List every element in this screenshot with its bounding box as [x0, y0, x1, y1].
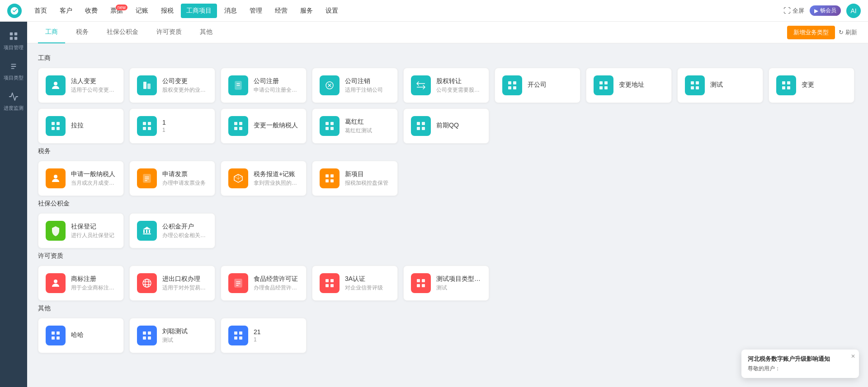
- svg-rect-20: [604, 81, 608, 84]
- card-icon: [320, 168, 340, 188]
- svg-rect-86: [143, 331, 146, 335]
- notification-close-button[interactable]: ✕: [851, 353, 855, 359]
- service-card-刘聪测试[interactable]: 刘聪测试测试: [129, 318, 215, 353]
- service-card-股权转让[interactable]: 股权转让公司变更需要股权转让: [403, 68, 489, 103]
- service-card-法人变更[interactable]: 法人变更适用于公司变更法人: [38, 68, 124, 103]
- sidebar-item-项目管理[interactable]: 项目管理: [0, 25, 27, 56]
- service-card-测试[interactable]: 测试: [677, 68, 763, 103]
- card-name: 哈哈: [71, 331, 116, 339]
- service-card-前期QQ[interactable]: 前期QQ: [403, 108, 489, 144]
- service-card-申请发票[interactable]: 申请发票办理申请发票业务: [129, 161, 215, 196]
- service-card-1[interactable]: 11: [129, 108, 215, 144]
- service-card-社保登记[interactable]: 社保登记进行人员社保登记: [38, 213, 124, 248]
- service-card-变更[interactable]: 变更: [769, 68, 854, 103]
- card-name: 测试项目类型目定义: [436, 275, 481, 283]
- service-card-公司注销[interactable]: 公司注销适用于注销公司: [312, 68, 398, 103]
- card-info: 公司注册申请公司注册全流程: [254, 77, 299, 94]
- new-type-button[interactable]: 新增业务类型: [787, 26, 835, 39]
- section-税务: 税务申请一般纳税人当月或次月成变更完成申请发票办理申请发票业务税务报道+记账拿到…: [38, 147, 857, 196]
- svg-rect-85: [57, 336, 60, 340]
- nav-item-首页[interactable]: 首页: [29, 4, 52, 18]
- service-card-申请一般纳税人[interactable]: 申请一般纳税人当月或次月成变更完成: [38, 161, 124, 196]
- svg-rect-40: [239, 122, 242, 125]
- svg-rect-44: [330, 122, 334, 125]
- refresh-button[interactable]: ↻ 刷新: [839, 28, 857, 37]
- card-info: 社保登记进行人员社保登记: [71, 223, 116, 239]
- card-name: 税务报道+记账: [254, 170, 299, 178]
- sub-tab-税务[interactable]: 税务: [69, 22, 96, 43]
- nav-item-收费[interactable]: 收费: [80, 4, 103, 18]
- service-card-21[interactable]: 211: [221, 318, 307, 353]
- card-name: 股权转让: [436, 77, 481, 85]
- sidebar-item-项目类型[interactable]: 项目类型: [0, 56, 27, 86]
- svg-rect-26: [696, 86, 699, 89]
- service-card-食品经营许可证[interactable]: 食品经营许可证办理食品经营许可证: [221, 266, 307, 301]
- service-card-新项目[interactable]: 新项目报税加税控盘保管: [312, 161, 398, 196]
- card-icon: [502, 75, 522, 95]
- sub-tab-其他[interactable]: 其他: [193, 22, 220, 43]
- card-info: 拉拉: [71, 121, 116, 131]
- service-card-3A认证[interactable]: 3A认证对企业信誉评级: [312, 266, 398, 301]
- svg-rect-92: [234, 336, 237, 340]
- card-icon: [594, 75, 613, 95]
- service-card-测试项目类型目定义[interactable]: 测试项目类型目定义测试: [403, 266, 489, 301]
- card-info: 申请一般纳税人当月或次月成变更完成: [71, 170, 116, 187]
- svg-rect-90: [234, 331, 237, 335]
- card-info: 股权转让公司变更需要股权转让: [436, 77, 481, 94]
- svg-rect-58: [326, 179, 329, 182]
- service-card-葛红红[interactable]: 葛红红葛红红测试: [312, 108, 398, 144]
- section-社保公积金: 社保公积金社保登记进行人员社保登记公积金开户办理公积金相关业务: [38, 200, 857, 248]
- sidebar-item-进度监测[interactable]: 进度监测: [0, 86, 27, 116]
- svg-rect-18: [513, 86, 516, 89]
- vip-button[interactable]: ▶ 畅会员: [810, 5, 841, 16]
- nav-item-设置[interactable]: 设置: [320, 4, 344, 18]
- nav-item-经营[interactable]: 经营: [269, 4, 293, 18]
- card-icon: [137, 75, 157, 95]
- section-许可资质: 许可资质商标注册用于企业商标注册服务进出口权办理适用于对外贸易经营者食品经营许可…: [38, 252, 857, 301]
- service-card-税务报道+记账[interactable]: 税务报道+记账拿到营业执照的新公司: [221, 161, 307, 196]
- svg-rect-46: [330, 127, 334, 130]
- avatar[interactable]: AI: [846, 4, 861, 18]
- service-card-变更地址[interactable]: 变更地址: [586, 68, 672, 103]
- nav-item-管理[interactable]: 管理: [244, 4, 268, 18]
- service-card-变更一般纳税人[interactable]: 变更一般纳税人: [221, 108, 307, 144]
- card-info: 测试项目类型目定义测试: [436, 275, 481, 292]
- nav-item-消息[interactable]: 消息: [219, 4, 242, 18]
- sub-tab-工商[interactable]: 工商: [38, 22, 65, 43]
- nav-item-客户[interactable]: 客户: [54, 4, 78, 18]
- svg-rect-50: [422, 127, 425, 130]
- service-card-公司注册[interactable]: 公司注册申请公司注册全流程: [221, 68, 307, 103]
- card-icon: [228, 168, 248, 188]
- svg-rect-89: [148, 336, 151, 340]
- nav-item-票据[interactable]: 票据new: [105, 4, 128, 18]
- card-info: 前期QQ: [436, 121, 481, 131]
- service-card-进出口权办理[interactable]: 进出口权办理适用于对外贸易经营者: [129, 266, 215, 301]
- section-title: 许可资质: [38, 252, 857, 260]
- nav-item-工商项目[interactable]: 工商项目: [181, 4, 217, 18]
- fullscreen-button[interactable]: ⛶ 全屏: [783, 7, 804, 15]
- card-desc: 办理公积金相关业务: [162, 232, 208, 239]
- card-name: 食品经营许可证: [254, 275, 299, 283]
- service-card-哈哈[interactable]: 哈哈: [38, 318, 124, 353]
- card-desc: 适用于公司变更法人: [71, 86, 116, 94]
- svg-rect-59: [330, 179, 334, 182]
- nav-item-报税[interactable]: 报税: [156, 4, 179, 18]
- svg-rect-32: [57, 122, 60, 125]
- service-card-商标注册[interactable]: 商标注册用于企业商标注册服务: [38, 266, 124, 301]
- nav-item-服务[interactable]: 服务: [295, 4, 318, 18]
- nav-item-记账[interactable]: 记账: [130, 4, 154, 18]
- sub-tab-许可资质[interactable]: 许可资质: [149, 22, 189, 43]
- service-card-公司变更[interactable]: 公司变更股权变更外的业务变更: [129, 68, 215, 103]
- card-info: 11: [162, 119, 208, 133]
- service-card-公积金开户[interactable]: 公积金开户办理公积金相关业务: [129, 213, 215, 248]
- sub-tabs-bar: 工商税务社保公积金许可资质其他 新增业务类型 ↻ 刷新: [27, 22, 868, 43]
- svg-rect-42: [239, 127, 242, 130]
- service-card-开公司[interactable]: 开公司: [495, 68, 580, 103]
- sidebar-label: 项目类型: [4, 75, 24, 81]
- svg-rect-41: [234, 127, 237, 130]
- sub-tab-社保公积金[interactable]: 社保公积金: [99, 22, 146, 43]
- card-name: 3A认证: [345, 275, 390, 283]
- card-desc: 1: [162, 127, 208, 133]
- card-name: 公司变更: [162, 77, 208, 85]
- service-card-拉拉[interactable]: 拉拉: [38, 108, 124, 144]
